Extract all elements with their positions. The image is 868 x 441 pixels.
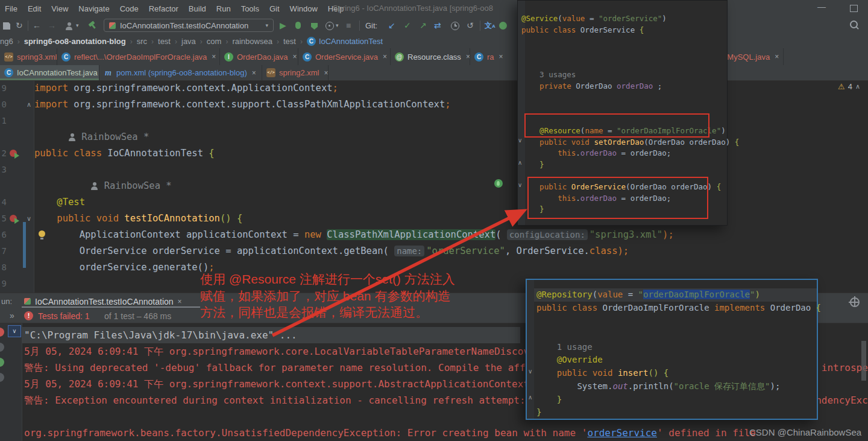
run-test-gutter-icon[interactable] bbox=[10, 150, 17, 157]
tab-orderdao-java[interactable]: IOrderDao.java× bbox=[220, 48, 298, 65]
menu-run[interactable]: Run bbox=[216, 4, 231, 13]
code-segment: RainbowSea * bbox=[98, 180, 171, 191]
run-test-gutter-icon[interactable] bbox=[10, 215, 17, 222]
close-icon[interactable]: × bbox=[466, 52, 470, 61]
fold-down-icon[interactable]: ∨ bbox=[528, 368, 532, 375]
profiler-icon[interactable] bbox=[326, 22, 334, 32]
code-segment bbox=[521, 48, 526, 57]
git-merge-icon[interactable]: ⇄ bbox=[434, 21, 441, 30]
profiler-dropdown-icon[interactable]: ▾ bbox=[336, 21, 339, 30]
breadcrumb-item-rainbowsea[interactable]: rainbowsea bbox=[232, 37, 272, 46]
search-icon[interactable] bbox=[850, 21, 858, 30]
stop-icon[interactable]: ■ bbox=[346, 21, 351, 30]
gear-icon[interactable] bbox=[850, 297, 860, 309]
breadcrumb-item-iocannotationtest[interactable]: CIoCAnnotationTest bbox=[307, 37, 383, 46]
breadcrumb-item-test[interactable]: test bbox=[158, 37, 171, 46]
code-line: public void insert() { bbox=[536, 367, 821, 380]
annotation-line: 赋值，如果添加了，对应 bean 有参数的构造 bbox=[200, 288, 455, 305]
coverage-icon[interactable] bbox=[311, 22, 318, 31]
inspection-widget[interactable]: ⚠ 4 ∧ bbox=[838, 82, 860, 91]
code-segment: { bbox=[717, 182, 722, 191]
menu-file[interactable]: File bbox=[5, 4, 17, 13]
expand-chevrons-icon[interactable]: » bbox=[10, 311, 14, 320]
tab-label: IoCAnnotationTest.java bbox=[17, 68, 98, 77]
menu-view[interactable]: View bbox=[51, 4, 68, 13]
breadcrumb-item-src[interactable]: src bbox=[137, 37, 147, 46]
line-number: 0 bbox=[0, 97, 7, 113]
close-icon[interactable]: × bbox=[499, 52, 503, 61]
close-icon[interactable]: × bbox=[178, 297, 182, 306]
breadcrumb-item-test[interactable]: test bbox=[283, 37, 296, 46]
close-icon[interactable]: × bbox=[324, 69, 328, 77]
tab-reflect-orderdaoimplfororacle-java[interactable]: Creflect\...\OrderDaoImplForOracle.java× bbox=[57, 48, 220, 65]
fold-up-icon[interactable]: ∧ bbox=[528, 394, 532, 401]
code-segment: { bbox=[735, 138, 740, 147]
tab-label: spring3.xml bbox=[17, 52, 57, 62]
code-segment: public class bbox=[521, 25, 580, 34]
tab-pom-xml-spring6-oo8-anotation-blog-[interactable]: mpom.xml (spring6-oo8-anotation-blog)× bbox=[99, 65, 262, 80]
fold-down-icon[interactable]: ∨ bbox=[518, 137, 522, 144]
breadcrumb-item-com[interactable]: com bbox=[207, 37, 222, 46]
code-segment: import bbox=[34, 99, 74, 110]
close-icon[interactable]: × bbox=[383, 52, 387, 61]
spring-bean-icon[interactable] bbox=[494, 179, 503, 188]
history-clock-icon[interactable] bbox=[451, 22, 459, 32]
chevron-up-icon[interactable]: ∧ bbox=[855, 83, 860, 90]
menu-code[interactable]: Code bbox=[120, 4, 139, 13]
tab-spring2-xml[interactable]: </>spring2.xml× bbox=[262, 65, 329, 80]
menu-edit[interactable]: Edit bbox=[28, 4, 41, 13]
git-push-icon[interactable]: ↗ bbox=[420, 21, 427, 30]
minimize-icon[interactable]: — bbox=[817, 2, 826, 11]
save-all-icon[interactable] bbox=[3, 22, 10, 31]
code-segment bbox=[521, 92, 526, 101]
code-segment bbox=[34, 132, 68, 142]
code-line: @Override bbox=[536, 354, 821, 367]
breadcrumb-item-java[interactable]: java bbox=[181, 37, 196, 46]
menu-refactor[interactable]: Refactor bbox=[149, 4, 178, 13]
breadcrumb-item-spring6-oo8-anotation-blog[interactable]: spring6-oo8-anotation-blog bbox=[24, 37, 126, 46]
tab-spring3-xml[interactable]: </>spring3.xml× bbox=[0, 48, 57, 65]
menu-window[interactable]: Window bbox=[290, 4, 318, 13]
tab-orderservice-java[interactable]: COrderService.java× bbox=[298, 48, 391, 65]
tab-iocannotationtest-java[interactable]: CIoCAnnotationTest.java× bbox=[0, 65, 99, 80]
close-icon[interactable]: × bbox=[293, 52, 297, 61]
close-icon[interactable]: × bbox=[212, 52, 216, 61]
fold-icon[interactable]: ∧ bbox=[27, 97, 31, 113]
menu-build[interactable]: Build bbox=[189, 4, 206, 13]
code-segment bbox=[521, 36, 526, 45]
translate-icon[interactable]: 文A bbox=[485, 21, 495, 31]
code-segment: ) bbox=[721, 126, 726, 135]
git-update-icon[interactable]: ↙ bbox=[388, 21, 395, 30]
run-tab-underline bbox=[22, 306, 200, 308]
build-hammer-icon[interactable] bbox=[88, 21, 98, 31]
code-segment: @Repository bbox=[536, 290, 593, 299]
menu-git[interactable]: Git bbox=[269, 4, 280, 13]
breadcrumb-item-ng6[interactable]: ng6 bbox=[0, 37, 13, 46]
tab-resource-class[interactable]: @Resource.class× bbox=[391, 48, 470, 65]
code-segment: { bbox=[640, 25, 644, 34]
run-icon[interactable]: ▶ bbox=[280, 21, 286, 30]
plugin-green-icon[interactable] bbox=[499, 22, 507, 31]
close-icon[interactable]: × bbox=[775, 52, 779, 61]
git-commit-icon[interactable]: ✓ bbox=[404, 21, 411, 30]
user-dropdown-icon[interactable]: ▾ bbox=[76, 21, 79, 30]
menu-tools[interactable]: Tools bbox=[241, 4, 259, 13]
line-number: 4 bbox=[0, 194, 7, 211]
close-icon[interactable]: × bbox=[252, 69, 256, 77]
fold-up-icon[interactable]: ∧ bbox=[518, 159, 522, 166]
user-icon[interactable] bbox=[65, 22, 73, 31]
fold-down-icon[interactable]: ∨ bbox=[518, 182, 522, 188]
maximize-icon[interactable] bbox=[850, 5, 858, 12]
run-configuration-select[interactable]: IoCAnnotationTest.testIoCAnnotation ▾ bbox=[104, 19, 274, 32]
scrollbar-thumb[interactable] bbox=[861, 341, 866, 381]
debug-icon[interactable] bbox=[295, 22, 301, 31]
code-segment bbox=[34, 164, 40, 175]
back-icon[interactable]: ← bbox=[33, 21, 41, 30]
code-segment bbox=[521, 81, 539, 90]
menu-navigate[interactable]: Navigate bbox=[78, 4, 109, 13]
sync-icon[interactable]: ↻ bbox=[16, 21, 23, 30]
fold-icon[interactable]: ∨ bbox=[27, 211, 31, 227]
orderservice-link[interactable]: orderService bbox=[587, 427, 657, 439]
rollback-icon[interactable]: ↺ bbox=[467, 21, 474, 30]
forward-icon[interactable]: → bbox=[48, 21, 56, 30]
